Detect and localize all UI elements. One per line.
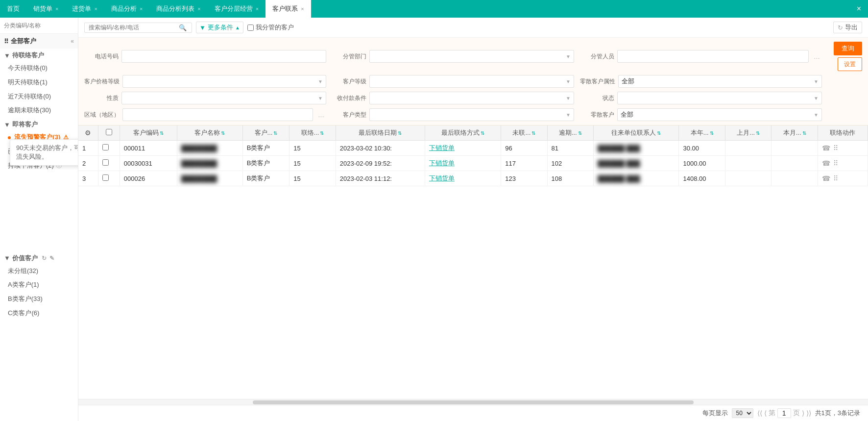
- sidebar-item-7days[interactable]: 近7天待联络(0): [0, 90, 78, 104]
- th-checkbox-col[interactable]: [98, 125, 120, 141]
- sidebar-item-ungrouped[interactable]: 未分组(32): [0, 264, 78, 278]
- more-action-icon[interactable]: ⠿: [833, 159, 838, 167]
- th-settings-col[interactable]: ⚙: [78, 125, 98, 141]
- contact-icon[interactable]: ☎: [822, 159, 830, 167]
- last-way-link[interactable]: 下销货单: [429, 174, 455, 182]
- dept-select[interactable]: ▼: [369, 50, 574, 63]
- th-contact: 联络...⇅: [289, 125, 336, 141]
- tab-close-analysis[interactable]: ×: [140, 6, 143, 12]
- payment-select[interactable]: ▼: [369, 92, 574, 104]
- contact-icon[interactable]: ☎: [822, 174, 830, 182]
- th-code: 客户编码⇅: [120, 125, 177, 141]
- refresh-icon[interactable]: ↻: [42, 255, 47, 262]
- more-action-icon[interactable]: ⠿: [833, 174, 838, 182]
- row-checkbox[interactable]: [102, 144, 109, 150]
- sidebar-item-class-b[interactable]: B类客户(33): [0, 292, 78, 306]
- cell-last-way[interactable]: 下销货单: [425, 171, 501, 186]
- tab-close-purchase[interactable]: ×: [94, 6, 97, 12]
- tab-customer-contact[interactable]: 客户联系 ×: [265, 0, 311, 18]
- staff-more-btn[interactable]: …: [812, 52, 822, 61]
- sidebar-item-tomorrow[interactable]: 明天待联络(1): [0, 75, 78, 90]
- sort-icon-year[interactable]: ⇅: [710, 130, 714, 136]
- sort-icon-overdue[interactable]: ⇅: [578, 130, 582, 136]
- prev-page-btn[interactable]: ⟨: [764, 409, 767, 417]
- sort-icon-lmonth[interactable]: ⇅: [756, 130, 760, 136]
- staff-input[interactable]: [617, 50, 809, 63]
- price-level-select[interactable]: ▼: [122, 75, 326, 88]
- sort-icon-date[interactable]: ⇅: [398, 130, 402, 136]
- my-customers-input[interactable]: [247, 25, 254, 31]
- sort-icon-type[interactable]: ⇅: [273, 130, 277, 136]
- sidebar-group-pending[interactable]: ▼ 待联络客户: [0, 49, 78, 61]
- sidebar-group-value[interactable]: ▼ 价值客户 ↻ ✎: [0, 251, 78, 264]
- contact-icon[interactable]: ☎: [822, 144, 830, 152]
- my-customers-checkbox[interactable]: 我分管的客户: [247, 23, 294, 32]
- settings-icon[interactable]: ⚙: [85, 129, 91, 137]
- filter-search-input[interactable]: [89, 24, 177, 31]
- horizontal-scrollbar[interactable]: [253, 400, 694, 404]
- sidebar-group-churn[interactable]: ▼ 即将客户: [0, 118, 78, 130]
- arrow-down-icon-2: ▼: [4, 121, 10, 128]
- last-way-link[interactable]: 下销货单: [429, 159, 455, 167]
- cell-last-way[interactable]: 下销货单: [425, 141, 501, 156]
- area-input[interactable]: [122, 108, 313, 121]
- sort-icon-code[interactable]: ⇅: [160, 130, 164, 136]
- more-action-icon[interactable]: ⠿: [833, 144, 838, 152]
- sidebar-root[interactable]: ⠿ 全部客户 «: [0, 34, 78, 49]
- customer-level-select[interactable]: ▼: [369, 75, 574, 88]
- window-close-button[interactable]: ×: [850, 4, 868, 13]
- tab-analysis[interactable]: 商品分析 ×: [104, 0, 149, 18]
- tab-home[interactable]: 首页: [0, 0, 26, 18]
- tab-sales[interactable]: 销货单 ×: [26, 0, 65, 18]
- tab-close-customer-tier[interactable]: ×: [256, 6, 259, 12]
- tab-close-customer-contact[interactable]: ×: [301, 6, 304, 12]
- sort-icon-company[interactable]: ⇅: [657, 130, 661, 136]
- next-page-btn[interactable]: ⟩: [802, 409, 804, 417]
- sidebar-item-today[interactable]: 今天待联络(0): [0, 61, 78, 75]
- query-button[interactable]: 查询: [834, 42, 862, 55]
- cell-checkbox[interactable]: [98, 141, 120, 156]
- phone-input[interactable]: [121, 50, 326, 63]
- zero-customer-select[interactable]: 全部 ▼: [617, 108, 822, 121]
- last-way-link[interactable]: 下销货单: [429, 144, 455, 151]
- gender-select[interactable]: ▼: [121, 92, 326, 104]
- cell-last-way[interactable]: 下销货单: [425, 156, 501, 171]
- sort-icon-tmonth[interactable]: ⇅: [802, 130, 806, 136]
- select-all-checkbox[interactable]: [106, 129, 112, 135]
- page-number[interactable]: 1: [777, 408, 791, 418]
- more-conditions-btn[interactable]: ▼ 更多条件 ▲: [196, 22, 243, 33]
- tab-purchase[interactable]: 进货单 ×: [65, 0, 104, 18]
- chevron-down-icon-type: ▼: [566, 112, 571, 118]
- cell-checkbox[interactable]: [98, 156, 120, 171]
- sort-icon-way[interactable]: ⇅: [481, 130, 484, 136]
- tab-close-sales[interactable]: ×: [55, 6, 58, 12]
- last-page-btn[interactable]: ⟩⟩: [806, 409, 811, 417]
- sort-icon-name[interactable]: ⇅: [221, 130, 225, 136]
- tab-analysis-list[interactable]: 商品分析列表 ×: [149, 0, 207, 18]
- sort-icon-contact[interactable]: ⇅: [320, 130, 324, 136]
- sidebar-search-input[interactable]: [4, 22, 77, 29]
- per-page-select[interactable]: 50: [732, 408, 753, 418]
- row-checkbox[interactable]: [102, 174, 109, 181]
- zero-attr-select[interactable]: 全部 ▼: [618, 75, 822, 88]
- setting-button[interactable]: 设置: [838, 57, 862, 71]
- tab-close-analysis-list[interactable]: ×: [197, 6, 200, 12]
- sidebar-item-class-a[interactable]: A类客户(1): [0, 278, 78, 292]
- collapse-icon[interactable]: «: [71, 38, 74, 45]
- edit-icon[interactable]: ✎: [49, 255, 54, 262]
- sort-icon-no-contact[interactable]: ⇅: [531, 130, 535, 136]
- export-btn[interactable]: ↻ 导出: [833, 22, 862, 33]
- first-page-btn[interactable]: ⟨⟨: [757, 409, 762, 417]
- customer-type-select[interactable]: ▼: [369, 108, 574, 121]
- field-customer-type: 客户类型 ▼: [332, 108, 574, 121]
- cell-checkbox[interactable]: [98, 171, 120, 186]
- sidebar-item-overdue[interactable]: 逾期未联络(30): [0, 103, 78, 118]
- cell-this-month: [772, 156, 818, 171]
- status-select[interactable]: ▼: [617, 92, 822, 104]
- row-checkbox[interactable]: [102, 159, 109, 166]
- area-more-btn[interactable]: …: [316, 110, 326, 120]
- tab-customer-tier[interactable]: 客户分层经营 ×: [208, 0, 265, 18]
- filter-search-icon[interactable]: 🔍: [179, 24, 187, 31]
- tab-bar: 首页 销货单 × 进货单 × 商品分析 × 商品分析列表 × 客户分层经营 × …: [0, 0, 868, 18]
- sidebar-item-class-c[interactable]: C类客户(6): [0, 306, 78, 321]
